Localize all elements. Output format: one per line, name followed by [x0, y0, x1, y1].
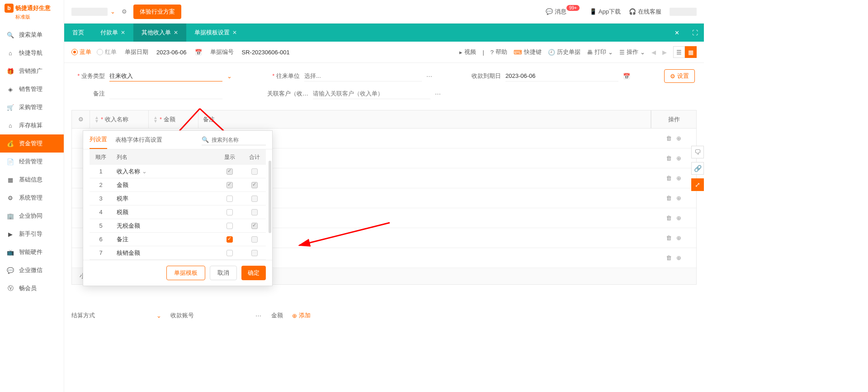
calendar-icon[interactable]: 📅: [623, 73, 630, 80]
checkbox-icon[interactable]: [251, 182, 258, 188]
unit-input[interactable]: [304, 71, 422, 81]
copy-icon[interactable]: ⊕: [676, 135, 681, 142]
support-button[interactable]: 🎧 在线客服: [629, 8, 661, 16]
sidebar-item-gear[interactable]: ⚙系统管理: [0, 189, 64, 207]
column-setting-row: 7核销金额: [90, 246, 266, 260]
sort-icon[interactable]: ▲▼: [153, 116, 158, 123]
copy-icon[interactable]: ⊕: [676, 215, 681, 221]
rel-customer-input[interactable]: [313, 88, 430, 99]
tab-fullscreen-icon[interactable]: ⛶: [686, 24, 704, 42]
unit-more-icon[interactable]: ⋯: [426, 73, 433, 80]
chevron-down-icon[interactable]: ⌄: [142, 168, 147, 175]
sidebar-item-doc[interactable]: 📄经营管理: [0, 153, 64, 171]
red-bill-radio[interactable]: 红单: [97, 48, 117, 56]
column-settings-button[interactable]: ⚙: [72, 110, 90, 128]
sidebar-item-cart[interactable]: 🛒采购管理: [0, 98, 64, 116]
popup-cancel-button[interactable]: 取消: [210, 266, 237, 280]
sidebar-item-play[interactable]: ▶新手引导: [0, 225, 64, 243]
demo-button[interactable]: 体验行业方案: [133, 5, 181, 19]
popup-tab-font[interactable]: 表格字体行高设置: [115, 136, 162, 148]
copy-icon[interactable]: ⊕: [676, 195, 681, 201]
messages-button[interactable]: 💬 消息 99+: [546, 8, 581, 16]
delete-icon[interactable]: 🗑: [666, 215, 672, 221]
biz-type-input[interactable]: [109, 71, 222, 81]
view-list-button[interactable]: ☰: [673, 46, 685, 58]
row-name: 收入名称 ⌄: [112, 167, 216, 176]
chevron-down-icon[interactable]: ⌄: [227, 73, 232, 80]
doc-date-value[interactable]: 2023-06-06: [156, 49, 187, 56]
copy-icon[interactable]: ⊕: [676, 234, 681, 241]
copy-icon[interactable]: ⊕: [676, 155, 681, 162]
sidebar-item-member[interactable]: Ⓥ畅会员: [0, 279, 64, 297]
checkbox-icon[interactable]: [226, 209, 233, 215]
sidebar-item-stock[interactable]: ⌂库存核算: [0, 116, 64, 134]
popup-scrollbar[interactable]: [269, 161, 271, 233]
device-icon: 📺: [6, 248, 14, 256]
popup-ok-button[interactable]: 确定: [241, 266, 266, 280]
tab[interactable]: 付款单✕: [92, 24, 133, 42]
operate-button[interactable]: ☰操作⌄: [619, 48, 645, 56]
copy-icon[interactable]: ⊕: [676, 254, 681, 261]
rail-expand-icon[interactable]: ⤢: [691, 178, 704, 191]
tab[interactable]: 其他收入单✕: [133, 24, 186, 42]
remark-input[interactable]: [109, 88, 222, 99]
print-button[interactable]: 🖶打印⌄: [587, 48, 613, 56]
chevron-down-icon[interactable]: ⌄: [156, 312, 161, 319]
popup-tab-columns[interactable]: 列设置: [90, 135, 107, 149]
shortcut-button[interactable]: ⌨快捷键: [514, 48, 542, 56]
delete-icon[interactable]: 🗑: [666, 135, 672, 142]
delete-icon[interactable]: 🗑: [666, 254, 672, 261]
calendar-icon[interactable]: 📅: [195, 49, 202, 56]
rail-attach-icon[interactable]: 🔗: [691, 162, 704, 175]
sidebar-item-grid[interactable]: ▦基础信息: [0, 171, 64, 189]
user-redacted[interactable]: [670, 8, 697, 16]
delete-icon[interactable]: 🗑: [666, 155, 672, 162]
sidebar-item-wallet[interactable]: 💰资金管理: [0, 134, 64, 153]
view-form-button[interactable]: ▦: [685, 46, 697, 58]
delete-icon[interactable]: 🗑: [666, 175, 672, 182]
checkbox-icon[interactable]: [226, 196, 233, 202]
sidebar-item-chat[interactable]: 💬企业微信: [0, 261, 64, 279]
sort-icon[interactable]: ▲▼: [94, 116, 99, 123]
settings-button[interactable]: ⚙ 设置: [664, 69, 695, 83]
blue-bill-radio[interactable]: 蓝单: [71, 48, 91, 56]
close-icon[interactable]: ✕: [121, 29, 125, 36]
checkbox-icon[interactable]: [226, 236, 233, 243]
sidebar-item-home[interactable]: ⌂快捷导航: [0, 44, 64, 62]
sidebar-item-search[interactable]: 🔍搜索菜单: [0, 26, 64, 44]
copy-icon[interactable]: ⊕: [676, 175, 681, 182]
row-order: 4: [90, 209, 112, 215]
sidebar-item-gift[interactable]: 🎁营销推广: [0, 62, 64, 80]
gear-icon[interactable]: ⚙: [122, 8, 127, 15]
add-settlement-button[interactable]: ⊕ 添加: [292, 311, 311, 320]
rail-note-icon[interactable]: 🗨: [691, 146, 704, 158]
history-button[interactable]: 🕘历史单据: [548, 48, 580, 56]
checkbox-icon[interactable]: [226, 223, 233, 229]
rel-customer-label: 关联客户（收…: [259, 90, 308, 98]
rel-customer-more-icon[interactable]: ⋯: [435, 91, 442, 97]
account-more-icon[interactable]: ⋯: [255, 312, 262, 319]
checkbox-icon[interactable]: [251, 223, 258, 229]
app-download-button[interactable]: 📱 App下载: [590, 8, 621, 16]
checkbox-icon[interactable]: [226, 168, 233, 175]
tab-close-all-icon[interactable]: ✕: [668, 24, 686, 42]
next-doc-button[interactable]: ▶: [662, 49, 667, 56]
sidebar-item-device[interactable]: 📺智能硬件: [0, 243, 64, 261]
prev-doc-button[interactable]: ◀: [651, 49, 656, 56]
tab[interactable]: 首页: [64, 24, 92, 42]
sidebar-item-tag[interactable]: ◈销售管理: [0, 80, 64, 98]
checkbox-icon[interactable]: [226, 250, 233, 256]
sidebar-item-building[interactable]: 🏢企业协同: [0, 207, 64, 225]
checkbox-icon[interactable]: [226, 182, 233, 188]
due-date-input[interactable]: [505, 71, 618, 81]
video-help-button[interactable]: ▸视频: [459, 48, 476, 56]
delete-icon[interactable]: 🗑: [666, 234, 672, 241]
company-selector[interactable]: ⌄: [71, 8, 115, 16]
help-button[interactable]: ?帮助: [491, 48, 507, 56]
tab[interactable]: 单据模板设置✕: [186, 24, 245, 42]
close-icon[interactable]: ✕: [174, 29, 178, 36]
popup-template-button[interactable]: 单据模板: [166, 266, 205, 280]
close-icon[interactable]: ✕: [232, 29, 237, 36]
delete-icon[interactable]: 🗑: [666, 195, 672, 201]
popup-search-input[interactable]: [212, 137, 266, 143]
